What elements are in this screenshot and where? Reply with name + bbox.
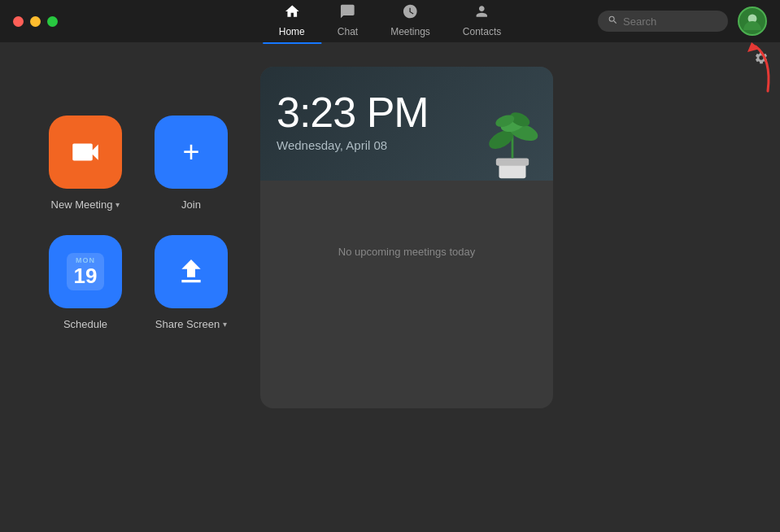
tab-home[interactable]: Home (263, 0, 321, 44)
search-icon (608, 15, 618, 28)
new-meeting-button[interactable] (49, 116, 122, 189)
gear-icon (754, 50, 769, 65)
join-label: Join (181, 198, 201, 211)
close-button[interactable] (13, 16, 24, 27)
share-screen-button[interactable] (155, 235, 228, 308)
maximize-button[interactable] (47, 16, 58, 27)
tab-meetings[interactable]: Meetings (374, 0, 447, 44)
schedule-label: Schedule (63, 318, 107, 330)
schedule-button[interactable]: MON 19 (49, 235, 122, 308)
chevron-down-icon: ▾ (115, 200, 120, 209)
tab-chat[interactable]: Chat (321, 0, 374, 44)
titlebar: Home Chat Meetings Cont (0, 0, 780, 42)
contacts-icon (474, 3, 490, 24)
traffic-lights (13, 16, 58, 27)
join-button[interactable]: + (155, 116, 228, 189)
nav-right (598, 7, 767, 36)
meeting-panel: 3:23 PM Wednesday, April 08 No upcomin (260, 67, 553, 408)
settings-button[interactable] (751, 47, 772, 72)
minimize-button[interactable] (30, 16, 41, 27)
tab-meetings-label: Meetings (390, 26, 430, 37)
chat-icon (339, 3, 355, 24)
no-meetings-label: No upcoming meetings today (338, 246, 475, 258)
avatar[interactable] (738, 7, 767, 36)
calendar-icon: MON 19 (67, 253, 104, 290)
join-item: + Join (155, 116, 228, 211)
share-screen-label: Share Screen ▾ (155, 318, 228, 330)
tab-contacts-label: Contacts (463, 26, 501, 37)
avatar-image (739, 8, 765, 34)
plus-icon: + (182, 135, 199, 169)
no-meetings-section: No upcoming meetings today (260, 181, 553, 323)
camera-icon (68, 135, 102, 169)
tab-chat-label: Chat (338, 26, 358, 37)
svg-rect-3 (496, 159, 529, 166)
main-content: New Meeting ▾ + Join MON 19 (0, 42, 780, 532)
chevron-down-icon: ▾ (223, 320, 227, 329)
tab-home-label: Home (279, 26, 305, 37)
search-bar[interactable] (598, 11, 728, 32)
new-meeting-item: New Meeting ▾ (49, 116, 122, 211)
clock-header: 3:23 PM Wednesday, April 08 (260, 67, 553, 181)
action-buttons-grid: New Meeting ▾ + Join MON 19 (49, 67, 228, 330)
search-input[interactable] (623, 15, 718, 28)
new-meeting-label: New Meeting ▾ (51, 198, 120, 211)
nav-tabs: Home Chat Meetings Cont (263, 0, 517, 44)
schedule-item: MON 19 Schedule (49, 235, 122, 330)
upload-icon (175, 255, 207, 288)
tab-contacts[interactable]: Contacts (447, 0, 517, 44)
share-screen-item: Share Screen ▾ (155, 235, 228, 330)
home-icon (284, 3, 300, 24)
meetings-icon (403, 3, 419, 24)
plant-decoration (480, 91, 545, 181)
